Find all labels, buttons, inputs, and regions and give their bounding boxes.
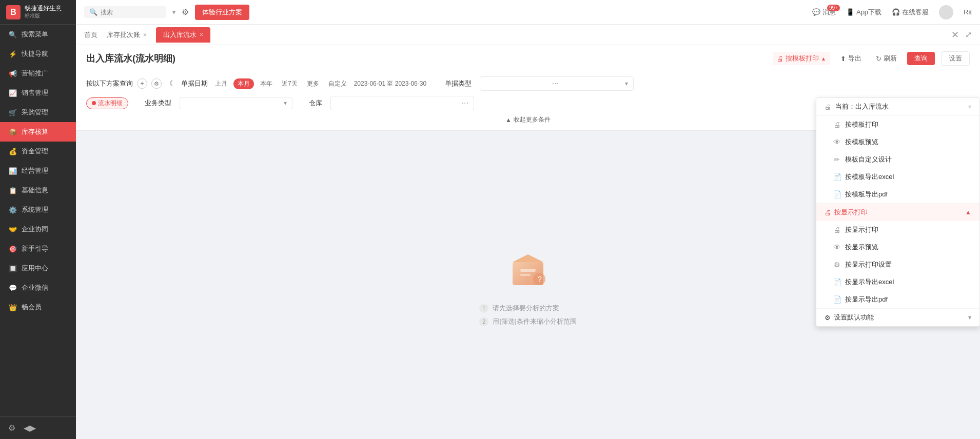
warehouse-input[interactable]: ··· [330, 96, 474, 110]
sidebar-item-marketing[interactable]: 📢 营销推广 [0, 64, 76, 83]
page-title: 出入库流水(流水明细) [86, 52, 175, 65]
export-btn[interactable]: ⬆ 导出 [836, 52, 866, 65]
date-btn-this-year[interactable]: 本年 [257, 78, 276, 89]
tab-batch-account-close[interactable]: × [143, 31, 147, 38]
industry-btn[interactable]: 体验行业方案 [195, 5, 249, 20]
message-icon: 💬 [812, 8, 820, 16]
filter-row-1: 按以下方案查询 + ⚙ 《 单据日期 上月 本月 本年 近7天 更多 自定义 [86, 76, 970, 91]
svg-rect-2 [520, 269, 536, 272]
display-print-item-0[interactable]: 🖨 按显示打印 [816, 221, 979, 238]
sidebar-item-enterprise[interactable]: 🤝 企业协同 [0, 220, 76, 239]
tab-batch-account[interactable]: 库存批次账 × [100, 27, 154, 43]
template-print-up-arrow: ▲ [821, 56, 826, 62]
message-btn[interactable]: 💬 消息 99+ [812, 8, 836, 17]
sidebar-item-member[interactable]: 👑 畅会员 [0, 297, 76, 317]
topbar-dropdown-icon[interactable]: ▾ [172, 9, 175, 16]
sidebar-item-label-enterprise: 企业协同 [22, 225, 48, 234]
refresh-btn[interactable]: ↻ 刷新 [872, 52, 901, 65]
date-btn-7days[interactable]: 近7天 [279, 78, 301, 89]
doc-type-dropdown-icon[interactable]: ▾ [625, 80, 628, 87]
sidebar-item-system[interactable]: ⚙️ 系统管理 [0, 200, 76, 220]
refresh-icon: ↻ [876, 55, 881, 63]
message-badge: 99+ [827, 5, 840, 11]
business-type-dropdown-icon[interactable]: ▾ [284, 99, 287, 107]
page-header: 出入库流水(流水明细) 🖨 按模板打印 ▲ ⬆ 导出 ↻ 刷新 查询 设置 [76, 45, 980, 70]
tab-home[interactable]: 首页 [84, 30, 97, 39]
sidebar-item-inventory[interactable]: 📦 库存核算 [0, 122, 76, 142]
tab-flow[interactable]: 出入库流水 × [156, 27, 210, 43]
display-print-item-3[interactable]: 📄 按显示导出excel [816, 273, 979, 291]
user-avatar[interactable] [939, 5, 953, 19]
enterprise-icon: 🤝 [8, 225, 17, 234]
display-print-item-4[interactable]: 📄 按显示导出pdf [816, 291, 979, 308]
finance-icon: 💰 [8, 147, 17, 156]
dropdown-footer[interactable]: ⚙ 设置默认功能 ▾ [816, 309, 979, 326]
template-print-item-0[interactable]: 🖨 按模板打印 [816, 116, 979, 133]
topbar-gear-icon[interactable]: ⚙ [182, 7, 189, 17]
sidebar-item-purchase[interactable]: 🛒 采购管理 [0, 103, 76, 122]
sales-icon: 📈 [8, 88, 17, 97]
empty-step-1: 1 请先选择要分析的方案 [479, 304, 576, 313]
doc-type-label-group: 单据类型 [445, 79, 472, 88]
template-print-item-4[interactable]: 📄 按模板导出pdf [816, 186, 979, 203]
item-pdf-icon-4: 📄 [833, 190, 841, 198]
svg-marker-1 [513, 254, 543, 262]
display-print-header[interactable]: 🖨 按显示打印 ▲ [816, 204, 979, 221]
sidebar-item-label-finance: 资金管理 [22, 147, 48, 156]
template-print-item-2[interactable]: ✏ 模板自定义设计 [816, 151, 979, 168]
display-print-item-2[interactable]: ⚙ 按显示打印设置 [816, 256, 979, 273]
date-filter: 单据日期 上月 本月 本年 近7天 更多 自定义 2023-06-01 至 20… [181, 78, 426, 89]
sidebar-item-sales[interactable]: 📈 销售管理 [0, 83, 76, 103]
sidebar-item-app-center[interactable]: 🔲 应用中心 [0, 258, 76, 278]
filter-setting-btn[interactable]: ⚙ [151, 78, 162, 89]
sidebar-item-quick-nav[interactable]: ⚡ 快捷导航 [0, 44, 76, 64]
date-btn-this-month[interactable]: 本月 [233, 78, 254, 89]
step-2-num: 2 [479, 317, 488, 326]
warehouse-more-icon[interactable]: ··· [462, 98, 468, 108]
filter-add-btn[interactable]: + [137, 78, 147, 89]
dropdown-current-item[interactable]: 🖨 当前：出入库流水 ▾ [816, 98, 979, 116]
display-print-section: 🖨 按显示打印 ▲ 🖨 按显示打印 👁 按显示预览 ⚙ 按显示打印设置 [816, 204, 979, 309]
sidebar-item-guide[interactable]: 🎯 新手引导 [0, 239, 76, 258]
date-btn-more[interactable]: 更多 [304, 78, 322, 89]
sidebar-item-finance[interactable]: 💰 资金管理 [0, 142, 76, 161]
sidebar-item-operations[interactable]: 📊 经营管理 [0, 161, 76, 181]
filter-collapse-btn[interactable]: 《 [166, 79, 173, 88]
sidebar-item-search[interactable]: 🔍 搜索菜单 [0, 25, 76, 44]
date-quick-btns: 上月 本月 本年 近7天 更多 自定义 [212, 78, 350, 89]
template-print-item-1[interactable]: 👁 按模板预览 [816, 133, 979, 151]
query-btn[interactable]: 查询 [907, 52, 935, 65]
sidebar-item-basic[interactable]: 📋 基础信息 [0, 181, 76, 200]
sidebar-item-wechat[interactable]: 💬 企业微信 [0, 278, 76, 297]
template-print-item-3[interactable]: 📄 按模板导出excel [816, 168, 979, 186]
app-download-btn[interactable]: 📱 App下载 [846, 8, 881, 17]
tab-flow-close[interactable]: × [200, 31, 203, 38]
search-input[interactable] [101, 9, 152, 16]
item-excel-icon-3: 📄 [833, 173, 841, 181]
username-label[interactable]: Rit [964, 8, 972, 16]
disp-printer-icon-0: 🖨 [833, 226, 841, 234]
online-service-btn[interactable]: 🎧 在线客服 [892, 8, 929, 17]
display-print-item-1[interactable]: 👁 按显示预览 [816, 238, 979, 256]
doc-type-input[interactable]: ··· ▾ [480, 76, 634, 91]
template-print-btn[interactable]: 🖨 按模板打印 ▲ [773, 52, 830, 65]
dropdown-footer-label: ⚙ 设置默认功能 [825, 313, 874, 322]
search-icon: 🔍 [8, 30, 17, 39]
content-area: 出入库流水(流水明细) 🖨 按模板打印 ▲ ⬆ 导出 ↻ 刷新 查询 设置 [76, 45, 980, 439]
display-print-title: 🖨 按显示打印 [825, 208, 868, 217]
topbar-search-box[interactable]: 🔍 [84, 6, 166, 18]
sidebar-item-label-basic: 基础信息 [22, 186, 48, 195]
collapse-icon[interactable]: ◀▶ [24, 423, 36, 433]
doc-type-more-icon[interactable]: ··· [552, 79, 558, 88]
date-btn-last-month[interactable]: 上月 [212, 78, 230, 89]
page-actions: 🖨 按模板打印 ▲ ⬆ 导出 ↻ 刷新 查询 设置 [773, 51, 970, 66]
date-btn-custom[interactable]: 自定义 [325, 78, 350, 89]
logo-name: 畅捷通好生意 [25, 5, 62, 13]
tab-expand-icon[interactable]: ⤢ [965, 30, 972, 39]
settings-btn[interactable]: 设置 [941, 51, 970, 66]
tabs-bar: 首页 库存批次账 × 出入库流水 × ✕ ⤢ [76, 25, 980, 45]
settings-icon[interactable]: ⚙ [8, 423, 15, 433]
business-type-select[interactable]: ▾ [180, 97, 292, 109]
active-filter-tag[interactable]: 流水明细 [86, 97, 128, 109]
tab-close-all-icon[interactable]: ✕ [951, 30, 959, 39]
